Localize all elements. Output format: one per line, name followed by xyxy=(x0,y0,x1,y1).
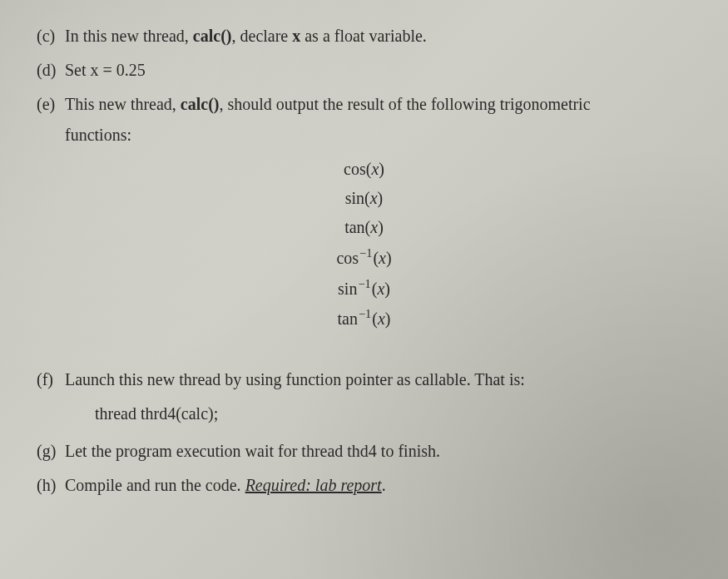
math-expr: sin−1(x) xyxy=(37,275,691,302)
math-expr: cos−1(x) xyxy=(37,244,691,271)
fn-name: tan( xyxy=(344,218,370,236)
list-item-g: (g) Let the program execution wait for t… xyxy=(37,438,691,464)
fn-close: ) xyxy=(378,189,384,207)
math-expr: cos(x) xyxy=(37,156,691,182)
fn-sup: −1 xyxy=(359,307,371,320)
list-item-e: (e) This new thread, calc(), should outp… xyxy=(37,92,691,117)
item-text: In this new thread, calc(), declare x as… xyxy=(65,23,691,49)
fn-name: sin( xyxy=(345,189,370,207)
fn-arg: x xyxy=(371,160,379,178)
item-text-line2: functions: xyxy=(65,122,691,148)
item-text: Let the program execution wait for threa… xyxy=(65,438,691,464)
math-expr: tan−1(x) xyxy=(37,304,691,332)
fn-sup: −1 xyxy=(359,246,372,260)
code-inline: calc() xyxy=(181,95,220,113)
fn-arg: x xyxy=(379,249,386,267)
math-function-list: cos(x) sin(x) tan(x) cos−1(x) sin−1(x) t… xyxy=(37,156,691,332)
item-label: (h) xyxy=(37,473,65,498)
text-fragment: In this new thread, xyxy=(65,27,193,45)
fn-sup: −1 xyxy=(358,277,370,290)
item-text: This new thread, calc(), should output t… xyxy=(65,92,691,117)
text-fragment: Compile and run the code. xyxy=(65,476,245,494)
math-expr: sin(x) xyxy=(37,186,691,211)
text-fragment: This new thread, xyxy=(65,95,181,113)
text-fragment: as a float variable. xyxy=(300,27,427,45)
item-label: (g) xyxy=(37,438,65,464)
item-text: Launch this new thread by using function… xyxy=(65,367,691,393)
list-item-h: (h) Compile and run the code. Required: … xyxy=(37,473,691,498)
code-line: thread thrd4(calc); xyxy=(95,401,691,427)
code-inline: x xyxy=(292,27,300,45)
fn-close: ) xyxy=(384,279,390,297)
fn-name: tan xyxy=(338,309,358,328)
fn-open: ( xyxy=(372,309,378,328)
text-fragment: . xyxy=(382,476,386,494)
list-item-d: (d) Set x = 0.25 xyxy=(37,57,691,83)
fn-arg: x xyxy=(378,309,385,328)
item-label: (f) xyxy=(37,367,65,393)
code-inline: calc() xyxy=(193,27,232,45)
item-text: Compile and run the code. Required: lab … xyxy=(65,473,691,498)
fn-name: cos( xyxy=(344,160,371,178)
list-item-c: (c) In this new thread, calc(), declare … xyxy=(37,23,691,49)
fn-arg: x xyxy=(370,189,378,207)
fn-close: ) xyxy=(385,309,391,328)
fn-close: ) xyxy=(386,249,392,267)
fn-close: ) xyxy=(379,160,384,178)
item-label: (e) xyxy=(37,92,65,117)
item-label: (d) xyxy=(37,57,65,83)
fn-arg: x xyxy=(370,218,378,236)
fn-close: ) xyxy=(378,218,384,236)
item-label: (c) xyxy=(37,23,65,49)
list-item-f: (f) Launch this new thread by using func… xyxy=(37,367,691,393)
text-fragment: , declare xyxy=(232,27,293,45)
text-fragment: , should output the result of the follow… xyxy=(220,95,591,113)
fn-arg: x xyxy=(377,279,384,297)
page-content: (c) In this new thread, calc(), declare … xyxy=(0,0,728,523)
fn-name: cos xyxy=(336,249,359,267)
item-text: Set x = 0.25 xyxy=(65,57,691,83)
math-expr: tan(x) xyxy=(37,215,691,240)
required-text: Required: lab report xyxy=(245,476,382,494)
fn-name: sin xyxy=(338,279,357,297)
